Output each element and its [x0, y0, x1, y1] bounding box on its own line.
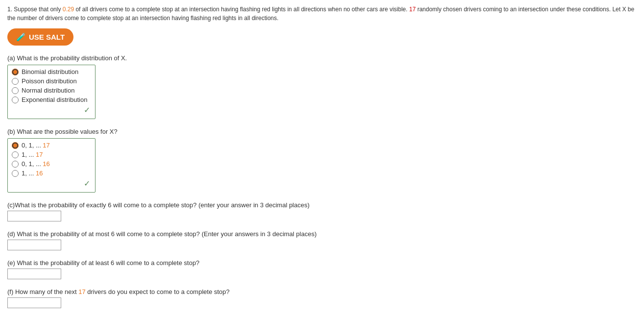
prob-highlight: 0.29: [63, 6, 74, 13]
answer-e-input[interactable]: [7, 268, 61, 279]
label-normal[interactable]: Normal distribution: [22, 87, 74, 94]
section-b-label: (b) What are the possible values for X?: [7, 128, 637, 135]
answer-d-input[interactable]: [7, 240, 61, 250]
radio-b1[interactable]: [12, 142, 19, 149]
radio-b4[interactable]: [12, 170, 19, 177]
radio-b2[interactable]: [12, 151, 19, 158]
label-poisson[interactable]: Poisson distribution: [22, 77, 77, 85]
option-normal: Normal distribution: [12, 87, 90, 94]
section-b: (b) What are the possible values for X? …: [7, 128, 637, 193]
salt-icon: 🧪: [16, 32, 26, 42]
radio-exponential[interactable]: [12, 97, 19, 103]
option-b2: 1, ... 17: [12, 151, 90, 158]
radio-poisson[interactable]: [12, 78, 19, 85]
count-highlight: 17: [409, 6, 415, 13]
section-c: (c)What is the probability of exactly 6 …: [7, 201, 637, 221]
radio-normal[interactable]: [12, 87, 19, 94]
label-b1[interactable]: 0, 1, ... 17: [22, 142, 50, 149]
option-poisson: Poisson distribution: [12, 77, 90, 85]
label-binomial[interactable]: Binomial distribution: [22, 68, 78, 75]
label-b4[interactable]: 1, ... 16: [22, 170, 43, 177]
options-box-b: 0, 1, ... 17 1, ... 17 0, 1, ... 16 1, .…: [7, 138, 95, 193]
label-b2[interactable]: 1, ... 17: [22, 151, 43, 158]
question-c-text: (c)What is the probability of exactly 6 …: [7, 201, 637, 209]
answer-c-input[interactable]: [7, 211, 61, 221]
section-a: (a) What is the probability distribution…: [7, 54, 637, 119]
section-e: (e) What is the probability of at least …: [7, 259, 637, 279]
section-f: (f) How many of the next 17 drivers do y…: [7, 288, 637, 308]
option-b4: 1, ... 16: [12, 170, 90, 177]
salt-button-label: USE SALT: [29, 33, 65, 41]
answer-f-input[interactable]: [7, 297, 61, 308]
section-a-label: (a) What is the probability distribution…: [7, 54, 637, 62]
check-mark-a: ✓: [12, 105, 90, 115]
option-binomial: Binomial distribution: [12, 68, 90, 75]
label-exponential[interactable]: Exponential distribution: [22, 96, 87, 103]
question-d-text: (d) What is the probability of at most 6…: [7, 230, 637, 238]
radio-b3[interactable]: [12, 161, 19, 168]
intro-text: 1. Suppose that only 0.29 of all drivers…: [7, 5, 637, 23]
check-mark-b: ✓: [12, 179, 90, 188]
option-b3: 0, 1, ... 16: [12, 160, 90, 168]
label-b3[interactable]: 0, 1, ... 16: [22, 160, 50, 168]
option-b1: 0, 1, ... 17: [12, 142, 90, 149]
question-e-text: (e) What is the probability of at least …: [7, 259, 637, 267]
radio-binomial[interactable]: [12, 69, 19, 75]
section-d: (d) What is the probability of at most 6…: [7, 230, 637, 250]
question-f-text: (f) How many of the next 17 drivers do y…: [7, 288, 637, 295]
options-box-a: Binomial distribution Poisson distributi…: [7, 65, 95, 119]
use-salt-button[interactable]: 🧪 USE SALT: [7, 28, 73, 46]
option-exponential: Exponential distribution: [12, 96, 90, 103]
